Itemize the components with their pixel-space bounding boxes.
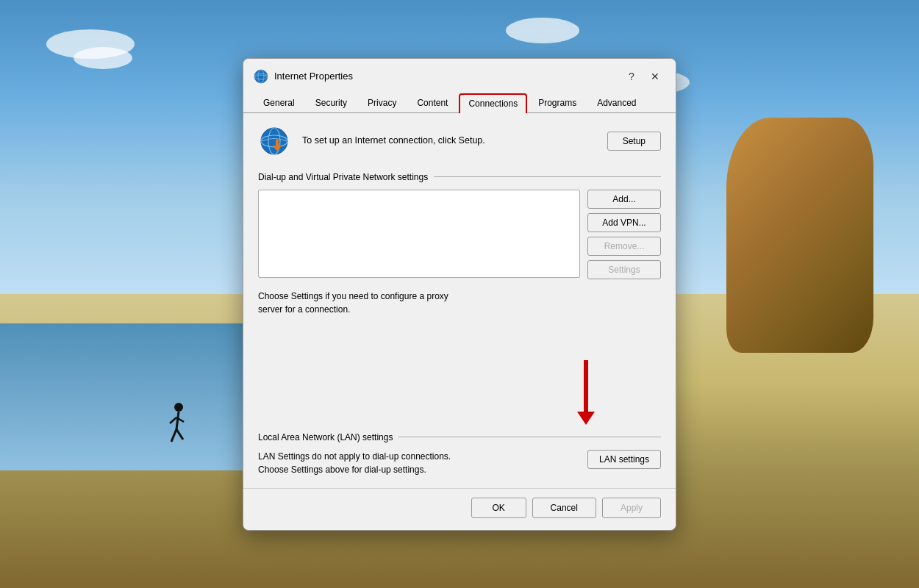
proxy-text: Choose Settings if you need to configure…	[258, 290, 661, 316]
dialup-section-label: Dial-up and Virtual Private Network sett…	[258, 172, 428, 182]
close-button[interactable]: ✕	[645, 66, 665, 87]
lan-section-label: Local Area Network (LAN) settings	[258, 432, 393, 442]
dialog-footer: OK Cancel Apply	[243, 488, 676, 530]
dialog-content: To set up an Internet connection, click …	[243, 113, 676, 488]
add-vpn-button[interactable]: Add VPN...	[587, 213, 661, 232]
tab-bar: General Security Privacy Content Connect…	[243, 93, 676, 113]
lan-section-header: Local Area Network (LAN) settings	[258, 432, 661, 442]
dialog-overlay: Internet Properties ? ✕ General Security…	[0, 0, 919, 588]
dialog-icon	[254, 69, 268, 84]
vpn-list[interactable]	[258, 190, 580, 278]
tab-content[interactable]: Content	[407, 93, 457, 112]
ok-button[interactable]: OK	[471, 498, 526, 518]
lan-text-line1: LAN Settings do not apply to dial-up con…	[258, 451, 451, 462]
tab-general[interactable]: General	[254, 93, 304, 112]
vpn-buttons: Add... Add VPN... Remove... Settings	[587, 190, 661, 279]
remove-button[interactable]: Remove...	[587, 237, 661, 256]
lan-text: LAN Settings do not apply to dial-up con…	[258, 450, 579, 476]
setup-button[interactable]: Setup	[607, 132, 661, 151]
vpn-area: Add... Add VPN... Remove... Settings	[258, 190, 661, 279]
title-bar: Internet Properties ? ✕	[243, 59, 676, 93]
title-bar-controls: ? ✕	[621, 66, 665, 87]
svg-point-6	[254, 70, 268, 83]
help-button[interactable]: ?	[621, 66, 642, 87]
dialup-section-line	[434, 176, 661, 177]
apply-button[interactable]: Apply	[602, 498, 661, 518]
lan-area: LAN Settings do not apply to dial-up con…	[258, 450, 661, 476]
tab-privacy[interactable]: Privacy	[358, 93, 406, 112]
dialup-section-header: Dial-up and Virtual Private Network sett…	[258, 172, 661, 182]
proxy-text-line1: Choose Settings if you need to configure…	[258, 291, 448, 301]
red-arrow-area	[258, 360, 661, 425]
arrow-head	[577, 412, 595, 425]
proxy-text-line2: server for a connection.	[258, 304, 350, 315]
dialog-title: Internet Properties	[274, 71, 621, 82]
tab-security[interactable]: Security	[306, 93, 357, 112]
svg-rect-13	[276, 140, 279, 146]
tab-programs[interactable]: Programs	[529, 93, 586, 112]
settings-button[interactable]: Settings	[587, 260, 661, 279]
svg-point-10	[261, 128, 287, 154]
setup-icon	[258, 125, 290, 157]
setup-row: To set up an Internet connection, click …	[258, 125, 661, 157]
add-button[interactable]: Add...	[587, 190, 661, 209]
tab-connections[interactable]: Connections	[459, 93, 527, 113]
arrow-shaft	[584, 360, 588, 412]
lan-text-line2: Choose Settings above for dial-up settin…	[258, 465, 426, 475]
internet-properties-dialog: Internet Properties ? ✕ General Security…	[243, 58, 676, 531]
tab-advanced[interactable]: Advanced	[587, 93, 646, 112]
cancel-button[interactable]: Cancel	[532, 498, 596, 518]
lan-settings-button[interactable]: LAN settings	[587, 450, 661, 469]
setup-text: To set up an Internet connection, click …	[302, 135, 596, 148]
red-arrow	[577, 360, 595, 425]
lan-section-line	[398, 437, 661, 437]
